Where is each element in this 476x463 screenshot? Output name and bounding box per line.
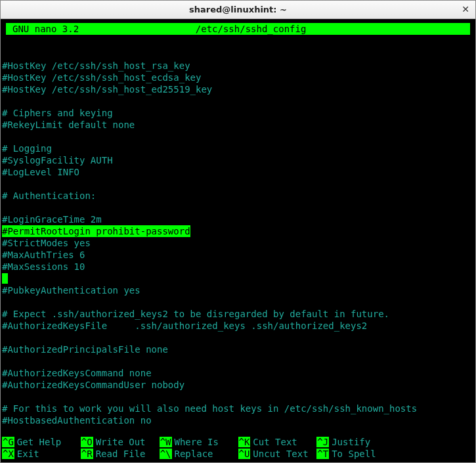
shortcut-label: Uncut Text: [253, 449, 308, 459]
editor-line: #AuthorizedKeysCommand none: [2, 367, 474, 379]
editor-line: [2, 296, 474, 308]
editor-line: #AuthorizedPrincipalsFile none: [2, 343, 474, 355]
editor-line: #RekeyLimit default none: [2, 119, 474, 131]
window-title: shared@linuxhint: ~: [189, 5, 287, 14]
editor-line: #MaxSessions 10: [2, 261, 474, 273]
shortcut-label: Cut Text: [253, 437, 297, 447]
editor-line: # Expect .ssh/authorized_keys2 to be dis…: [2, 308, 474, 320]
shortcut[interactable]: ^J Justify: [316, 436, 395, 448]
shortcut[interactable]: ^X Exit: [2, 448, 81, 460]
shortcut-bar: ^G Get Help^O Write Out^W Where Is^K Cut…: [1, 436, 475, 462]
nano-header: GNU nano 3.2 /etc/ssh/sshd_config: [6, 23, 470, 35]
shortcut-key: ^\: [160, 449, 172, 459]
shortcut-key: ^K: [238, 437, 251, 447]
editor-line: #AuthorizedKeysCommandUser nobody: [2, 379, 474, 391]
terminal-window: shared@linuxhint: ~ ✕ GNU nano 3.2 /etc/…: [0, 0, 476, 463]
shortcut-key: ^U: [238, 449, 251, 459]
editor-line: [2, 36, 474, 48]
editor-line: #LoginGraceTime 2m: [2, 213, 474, 225]
editor-line: [2, 332, 474, 343]
shortcut: [395, 436, 474, 448]
shortcut-label: Write Out: [96, 437, 146, 447]
editor-line: [2, 48, 474, 60]
shortcut: [395, 448, 474, 460]
shortcut[interactable]: ^\ Replace: [160, 448, 238, 460]
nano-filename: /etc/ssh/sshd_config: [79, 23, 469, 35]
shortcut[interactable]: ^U Uncut Text: [238, 448, 317, 460]
shortcut-label: Read File: [96, 449, 146, 459]
titlebar: shared@linuxhint: ~ ✕: [1, 1, 475, 19]
shortcut-label: Exit: [17, 449, 39, 459]
editor-line: [2, 95, 474, 107]
editor-line: # Logging: [2, 143, 474, 154]
editor-line: [2, 355, 474, 367]
shortcut-key: ^X: [2, 449, 14, 459]
editor-line: #MaxAuthTries 6: [2, 249, 474, 261]
editor-line: [2, 131, 474, 143]
editor-area[interactable]: #HostKey /etc/ssh/ssh_host_rsa_key#HostK…: [1, 35, 475, 436]
close-icon[interactable]: ✕: [460, 3, 471, 15]
shortcut-key: ^J: [316, 437, 329, 447]
shortcut-key: ^R: [81, 449, 93, 459]
shortcut-label: Replace: [175, 449, 213, 459]
editor-line: #HostbasedAuthentication no: [2, 414, 474, 426]
shortcut[interactable]: ^K Cut Text: [238, 436, 317, 448]
selected-text: #PermitRootLogin prohibit-password: [2, 225, 190, 237]
editor-line: [2, 202, 474, 213]
shortcut-key: ^G: [2, 437, 14, 447]
shortcut[interactable]: ^T To Spell: [316, 448, 395, 460]
shortcut-label: To Spell: [332, 449, 376, 459]
editor-line: #AuthorizedKeysFile .ssh/authorized_keys…: [2, 320, 474, 332]
editor-line: # For this to work you will also need ho…: [2, 403, 474, 414]
editor-line: #PermitRootLogin prohibit-password: [2, 225, 474, 237]
nano-version: GNU nano 3.2: [7, 23, 79, 35]
shortcut-key: ^W: [160, 437, 172, 447]
editor-line: #HostKey /etc/ssh/ssh_host_ecdsa_key: [2, 72, 474, 83]
editor-line: #HostKey /etc/ssh/ssh_host_rsa_key: [2, 60, 474, 72]
editor-line: [2, 391, 474, 403]
editor-line: [2, 273, 474, 284]
cursor: [2, 273, 8, 284]
shortcut[interactable]: ^R Read File: [81, 448, 160, 460]
editor-line: # Authentication:: [2, 190, 474, 202]
shortcut-label: Justify: [332, 437, 370, 447]
shortcut[interactable]: ^O Write Out: [81, 436, 160, 448]
editor-line: #LogLevel INFO: [2, 166, 474, 178]
shortcut-key: ^O: [81, 437, 93, 447]
shortcut[interactable]: ^G Get Help: [2, 436, 81, 448]
editor-line: #SyslogFacility AUTH: [2, 154, 474, 166]
shortcut-label: Get Help: [17, 437, 61, 447]
editor-line: [2, 178, 474, 190]
editor-line: #PubkeyAuthentication yes: [2, 284, 474, 296]
editor-line: #HostKey /etc/ssh/ssh_host_ed25519_key: [2, 83, 474, 95]
shortcut[interactable]: ^W Where Is: [160, 436, 238, 448]
shortcut-key: ^T: [316, 449, 329, 459]
editor-line: #StrictModes yes: [2, 237, 474, 249]
shortcut-label: Where Is: [175, 437, 219, 447]
editor-line: # Ciphers and keying: [2, 107, 474, 119]
